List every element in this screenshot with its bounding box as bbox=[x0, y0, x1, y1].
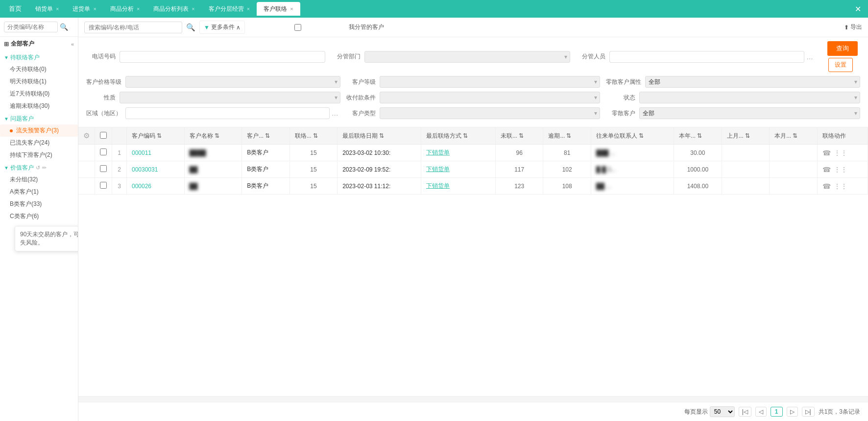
dept-select-wrap: ▾ bbox=[364, 51, 570, 63]
contact-col-header[interactable]: 联络... ⇅ bbox=[289, 127, 338, 145]
row-checkbox[interactable] bbox=[100, 149, 107, 155]
this-year-col-header[interactable]: 本年... ⇅ bbox=[674, 127, 722, 145]
sidebar-item-declining[interactable]: 持续下滑客户(2) bbox=[0, 149, 78, 161]
action-more-icon[interactable]: ⋮⋮ bbox=[834, 182, 847, 190]
phone-input[interactable] bbox=[120, 51, 325, 63]
row-checkbox[interactable] bbox=[100, 182, 107, 189]
action-contact-icon[interactable]: ☎ bbox=[822, 182, 831, 190]
sidebar-item-overdue[interactable]: 逾期未联络(30) bbox=[0, 100, 78, 112]
tier-col-header[interactable]: 客户... ⇅ bbox=[242, 127, 290, 145]
row-checkbox[interactable] bbox=[100, 165, 107, 172]
last-month-col-header[interactable]: 上月... ⇅ bbox=[722, 127, 770, 145]
sidebar-group-problem[interactable]: ▼ 问题客户 bbox=[0, 112, 78, 124]
tab-sales[interactable]: 销货单 × bbox=[28, 2, 66, 16]
action-contact-icon[interactable]: ☎ bbox=[822, 166, 831, 173]
prev-page-button[interactable]: ◁ bbox=[755, 407, 767, 417]
person-dots-button[interactable]: … bbox=[804, 53, 815, 61]
tab-customer-contact[interactable]: 客户联络 × bbox=[257, 2, 300, 16]
sort-icon-lcm: ⇅ bbox=[463, 132, 468, 139]
row-last-contact-method[interactable]: 下销货单 bbox=[421, 161, 495, 178]
row-code[interactable]: 00030031 bbox=[127, 161, 185, 178]
edit-icon[interactable]: ✏ bbox=[42, 165, 47, 171]
zero-attr-select[interactable]: 全部 bbox=[645, 76, 860, 88]
customer-tier-select[interactable] bbox=[380, 76, 601, 88]
dept-select[interactable] bbox=[364, 51, 570, 63]
sidebar-item-tomorrow[interactable]: 明天待联络(1) bbox=[0, 75, 78, 88]
close-tab-customer-tier[interactable]: × bbox=[247, 6, 250, 12]
next-page-button[interactable]: ▷ bbox=[787, 407, 798, 417]
sort-icon-ty: ⇅ bbox=[697, 132, 702, 139]
close-tab-purchase[interactable]: × bbox=[93, 6, 96, 12]
search-button[interactable]: 🔍 bbox=[186, 23, 195, 32]
per-page-selector: 每页显示 50 100 200 bbox=[684, 406, 735, 417]
row-tier: B类客户 bbox=[242, 178, 290, 195]
adv-filter-row-4: 区域（地区） … 客户类型 ▾ 零散客户 全部 bbox=[86, 107, 860, 119]
close-tab-customer-contact[interactable]: × bbox=[290, 6, 293, 12]
close-tab-sales[interactable]: × bbox=[56, 6, 59, 12]
sidebar-group-value[interactable]: ▼ 价值客户 ↺ ✏ bbox=[0, 161, 78, 173]
code-col-header[interactable]: 客户编码 ⇅ bbox=[127, 127, 185, 145]
close-tab-analysis[interactable]: × bbox=[137, 6, 140, 12]
first-page-button[interactable]: |◁ bbox=[739, 407, 751, 417]
tab-analysis[interactable]: 商品分析 × bbox=[103, 2, 146, 16]
settings-col-icon[interactable]: ⚙ bbox=[83, 131, 90, 140]
price-tier-select[interactable] bbox=[125, 76, 340, 88]
settings-col-header[interactable]: ⚙ bbox=[78, 127, 95, 145]
this-month-col-header[interactable]: 本月... ⇅ bbox=[770, 127, 818, 145]
sidebar-item-b-class[interactable]: B类客户(33) bbox=[0, 198, 78, 210]
person-input[interactable] bbox=[609, 51, 804, 63]
select-all-checkbox[interactable] bbox=[100, 132, 107, 139]
bottom-scrollbar[interactable] bbox=[78, 396, 868, 402]
action-more-icon[interactable]: ⋮⋮ bbox=[834, 149, 847, 157]
tooltip-problem-customers: 90天未交易的客户，可能有流失风险。 bbox=[15, 226, 78, 251]
action-more-icon[interactable]: ⋮⋮ bbox=[834, 166, 847, 173]
per-page-select[interactable]: 50 100 200 bbox=[710, 406, 735, 417]
tab-purchase[interactable]: 进货单 × bbox=[66, 2, 103, 16]
status-select[interactable] bbox=[639, 92, 860, 103]
payment-field: 收付款条件 ▾ bbox=[346, 92, 601, 103]
payment-select[interactable] bbox=[380, 92, 601, 103]
global-close-button[interactable]: ✕ bbox=[850, 4, 866, 14]
uncontacted-col-header[interactable]: 未联... ⇅ bbox=[495, 127, 543, 145]
adv-filter-row-2: 客户价格等级 ▾ 客户等级 ▾ 零散客户属性 bbox=[86, 76, 860, 88]
sidebar-item-a-class[interactable]: A类客户(1) bbox=[0, 186, 78, 198]
action-contact-icon[interactable]: ☎ bbox=[822, 149, 831, 157]
name-col-header[interactable]: 客户名称 ⇅ bbox=[184, 127, 242, 145]
unit-contact-col-header[interactable]: 往来单位联系人 ⇅ bbox=[591, 127, 674, 145]
sidebar-group-pending-contact[interactable]: ▼ 待联络客户 bbox=[0, 51, 78, 63]
last-page-button[interactable]: ▷| bbox=[802, 407, 815, 417]
sidebar-all-customers[interactable]: ⊞ 全部客户 « bbox=[0, 37, 78, 51]
row-last-contact-method[interactable]: 下销货单 bbox=[421, 145, 495, 161]
overdue-col-header[interactable]: 逾期... ⇅ bbox=[543, 127, 591, 145]
query-button[interactable]: 查询 bbox=[827, 41, 858, 56]
row-code[interactable]: 000026 bbox=[127, 178, 185, 195]
search-input[interactable] bbox=[84, 22, 182, 33]
settings-button[interactable]: 设置 bbox=[828, 58, 853, 72]
refresh-icon[interactable]: ↺ bbox=[36, 165, 40, 171]
sidebar-item-churned[interactable]: 已流失客户(24) bbox=[0, 137, 78, 149]
my-customers-checkbox[interactable] bbox=[249, 24, 347, 31]
customer-type-select[interactable] bbox=[380, 107, 601, 119]
sidebar-item-today[interactable]: 今天待联络(0) bbox=[0, 63, 78, 75]
more-conditions-button[interactable]: ▼ 更多条件 ∧ bbox=[199, 21, 245, 34]
sidebar-search-input[interactable] bbox=[4, 22, 58, 32]
row-code[interactable]: 000011 bbox=[127, 145, 185, 161]
tab-home[interactable]: 首页 bbox=[2, 4, 28, 13]
region-input[interactable] bbox=[125, 107, 330, 119]
sidebar-item-c-class[interactable]: C类客户(6) bbox=[0, 210, 78, 223]
row-last-contact-method[interactable]: 下销货单 bbox=[421, 178, 495, 195]
sidebar-item-7days[interactable]: 近7天待联络(0) bbox=[0, 88, 78, 100]
export-button[interactable]: ⬆ 导出 bbox=[844, 23, 862, 31]
close-tab-analysis-list[interactable]: × bbox=[192, 6, 194, 12]
nature-select[interactable] bbox=[120, 92, 340, 103]
last-contact-date-col-header[interactable]: 最后联络日期 ⇅ bbox=[338, 127, 421, 145]
my-customers-checkbox-label[interactable]: 我分管的客户 bbox=[249, 23, 384, 31]
sidebar-item-churn-warning[interactable]: 流失预警客户(3) bbox=[0, 124, 78, 137]
zero-retail-select[interactable]: 全部 bbox=[639, 107, 860, 119]
region-dots-button[interactable]: … bbox=[330, 109, 340, 117]
last-contact-method-col-header[interactable]: 最后联络方式 ⇅ bbox=[421, 127, 495, 145]
tab-customer-tier[interactable]: 客户分层经营 × bbox=[202, 2, 257, 16]
tab-analysis-list[interactable]: 商品分析列表 × bbox=[146, 2, 201, 16]
row-actions: ☎ ⋮⋮ bbox=[817, 178, 868, 195]
sidebar-item-ungrouped[interactable]: 未分组(32) bbox=[0, 173, 78, 186]
